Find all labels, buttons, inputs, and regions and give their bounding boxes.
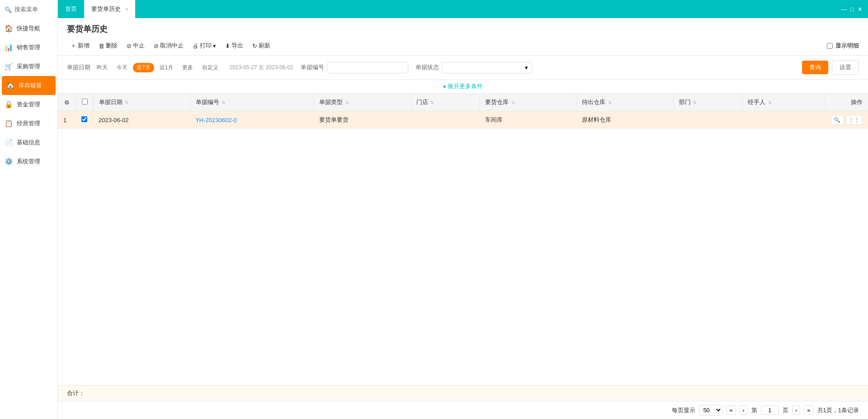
- date-opt-7days[interactable]: 近7天: [133, 63, 154, 72]
- sort-store-icon[interactable]: ⇅: [430, 100, 434, 105]
- sidebar: 🔍 搜索菜单 🏠 快捷导航 📊 销售管理 🛒 采购管理 🏠 库存核算 🔒 资金管…: [0, 0, 58, 419]
- stop-icon: ⊘: [127, 43, 132, 49]
- sort-date-icon[interactable]: ⇅: [125, 100, 128, 105]
- refresh-label: 刷新: [259, 42, 270, 50]
- date-opt-yesterday[interactable]: 昨天: [93, 63, 111, 72]
- cell-doc-type: 要货单要货: [314, 111, 410, 129]
- next-page-button[interactable]: ›: [792, 405, 800, 415]
- col-handler: 经手人 ⇅: [742, 94, 825, 111]
- sort-req-warehouse-icon[interactable]: ⇅: [511, 100, 515, 105]
- cell-operation: 🔍 ⋮⋮: [825, 111, 868, 129]
- filter-action-buttons: 查询 设置: [802, 60, 859, 75]
- tab-close-button[interactable]: ×: [125, 6, 128, 12]
- first-page-button[interactable]: «: [726, 405, 736, 415]
- status-select[interactable]: ▾: [442, 62, 532, 73]
- date-opt-more[interactable]: 更多: [179, 63, 197, 72]
- tab-requisition-history[interactable]: 要货单历史 ×: [84, 0, 135, 18]
- sidebar-item-sales-label: 销售管理: [17, 43, 40, 52]
- export-icon: ⬇: [225, 43, 230, 49]
- summary-label: 合计：: [67, 389, 85, 397]
- col-settings: ⚙: [58, 94, 76, 111]
- delete-icon: 🗑: [99, 43, 104, 49]
- status-select-arrow: ▾: [525, 64, 528, 71]
- delete-button[interactable]: 🗑 删除: [95, 40, 121, 52]
- col-doc-type: 单据类型 ⇅: [314, 94, 410, 111]
- new-icon: ＋: [71, 42, 76, 50]
- window-close-button[interactable]: ✕: [858, 6, 863, 13]
- print-icon: 🖨: [193, 43, 198, 49]
- sort-doc-type-icon[interactable]: ⇅: [345, 100, 349, 105]
- col-store-label: 门店: [416, 99, 428, 105]
- cell-handler: [742, 111, 825, 129]
- doc-no-filter-group: 单据编号: [301, 62, 408, 73]
- more-button[interactable]: ⋮⋮: [845, 115, 863, 125]
- last-page-button[interactable]: »: [804, 405, 813, 415]
- new-button[interactable]: ＋ 新增: [67, 40, 93, 52]
- sidebar-item-finance[interactable]: 🔒 资金管理: [0, 95, 57, 114]
- sidebar-item-basic[interactable]: 📄 基础信息: [0, 133, 57, 152]
- window-restore-button[interactable]: □: [850, 6, 854, 13]
- sidebar-item-purchase[interactable]: 🛒 采购管理: [0, 57, 57, 76]
- refresh-button[interactable]: ↻ 刷新: [249, 40, 274, 52]
- stop-button[interactable]: ⊘ 中止: [123, 40, 148, 52]
- query-button[interactable]: 查询: [802, 61, 828, 74]
- status-label: 单据状态: [415, 63, 439, 71]
- sidebar-search[interactable]: 🔍 搜索菜单: [0, 0, 57, 19]
- date-range-display: 2023-05-27 至 2023-06-02: [229, 64, 293, 71]
- date-opt-1month[interactable]: 近1月: [156, 63, 177, 72]
- sort-doc-no-icon[interactable]: ⇅: [222, 100, 225, 105]
- toolbar-right: 显示明细: [827, 42, 859, 50]
- stop-label: 中止: [133, 42, 145, 50]
- table-settings-icon[interactable]: ⚙: [64, 99, 70, 106]
- sidebar-item-purchase-label: 采购管理: [17, 62, 40, 71]
- display-detail-label: 显示明细: [835, 42, 859, 50]
- cancel-stop-button[interactable]: ⊘ 取消中止: [150, 40, 187, 52]
- cell-store: [410, 111, 480, 129]
- sidebar-item-finance-label: 资金管理: [17, 100, 40, 109]
- settings-button[interactable]: 设置: [832, 60, 859, 75]
- date-opt-custom[interactable]: 自定义: [198, 63, 222, 72]
- page-header: 要货单历史 ＋ 新增 🗑 删除 ⊘ 中止 ⊘ 取消中止 🖨 打印 ▾: [58, 18, 868, 56]
- col-req-warehouse-label: 要货仓库: [485, 99, 509, 105]
- sidebar-search-label: 搜索菜单: [14, 5, 38, 14]
- row-checkbox[interactable]: [81, 116, 87, 122]
- sort-department-icon[interactable]: ⇅: [693, 100, 697, 105]
- sidebar-item-sales[interactable]: 📊 销售管理: [0, 38, 57, 57]
- doc-no-input[interactable]: [327, 62, 408, 73]
- sales-icon: 📊: [5, 43, 13, 52]
- sort-pending-warehouse-icon[interactable]: ⇅: [608, 100, 612, 105]
- doc-no-link[interactable]: YH-20230602-0: [195, 117, 237, 124]
- sidebar-item-operations[interactable]: 📋 经营管理: [0, 114, 57, 133]
- page-label: 第: [751, 406, 757, 414]
- print-button[interactable]: 🖨 打印 ▾: [189, 40, 220, 52]
- sidebar-item-inventory[interactable]: 🏠 库存核算: [2, 76, 56, 95]
- cell-date: 2023-06-02: [93, 111, 190, 129]
- display-detail-checkbox[interactable]: [827, 43, 833, 49]
- date-opt-today[interactable]: 今天: [113, 63, 131, 72]
- sidebar-item-system[interactable]: ⚙️ 系统管理: [0, 152, 57, 171]
- table-container: ⚙ 单据日期 ⇅ 单据编号 ⇅ 单据类型: [58, 94, 868, 385]
- col-department-label: 部门: [679, 99, 691, 105]
- sidebar-item-home[interactable]: 🏠 快捷导航: [0, 19, 57, 38]
- view-button[interactable]: 🔍: [830, 115, 844, 125]
- window-minimize-button[interactable]: —: [841, 6, 847, 13]
- filter-bar: 单据日期 昨天 今天 近7天 近1月 更多 自定义 2023-05-27 至 2…: [58, 56, 868, 80]
- col-doc-type-label: 单据类型: [319, 99, 343, 105]
- page-size-select[interactable]: 50 100 200: [699, 405, 722, 415]
- page-title: 要货单历史: [67, 24, 859, 34]
- cell-no: 1: [58, 111, 76, 129]
- col-doc-no-label: 单据编号: [196, 99, 219, 105]
- sidebar-item-basic-label: 基础信息: [17, 138, 40, 147]
- col-operation: 操作: [825, 94, 868, 111]
- prev-page-button[interactable]: ‹: [740, 405, 748, 415]
- col-req-warehouse: 要货仓库 ⇅: [480, 94, 576, 111]
- select-all-checkbox[interactable]: [82, 99, 88, 105]
- expand-conditions-button[interactable]: ▾ 展开更多条件: [443, 82, 483, 90]
- col-department: 部门 ⇅: [673, 94, 742, 111]
- table-footer: 合计：: [58, 385, 868, 401]
- export-button[interactable]: ⬇ 导出: [222, 40, 247, 52]
- col-operation-label: 操作: [851, 99, 863, 105]
- sort-handler-icon[interactable]: ⇅: [768, 100, 772, 105]
- page-number-input[interactable]: [761, 405, 779, 415]
- tab-home[interactable]: 首页: [58, 0, 84, 18]
